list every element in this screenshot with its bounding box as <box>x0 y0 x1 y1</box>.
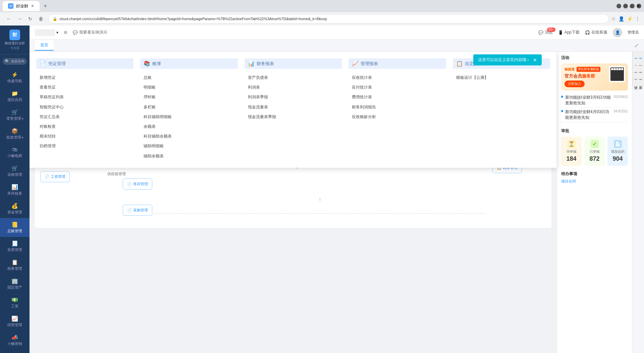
menu-item-ar-aging[interactable]: 应收账龄分析 <box>348 112 446 122</box>
menu-item-period-end[interactable]: 期末结转 <box>36 132 133 141</box>
menu-item-profit-report[interactable]: 财务利润报告 <box>348 102 446 112</box>
username-label[interactable]: 管理员 <box>628 30 639 35</box>
menu-item-general-ledger[interactable]: 总账 <box>140 73 237 83</box>
back-button[interactable]: ← <box>4 14 13 23</box>
category-header-voucher: 📄 凭证管理 <box>36 58 133 69</box>
address-bar[interactable]: 🔒 cloud.chanjet.com/cc/u6d89qwnryel/57bf… <box>48 14 609 23</box>
menu-item-view-voucher[interactable]: 查看凭证 <box>36 83 133 92</box>
sidebar-item-label: 库存核算 <box>3 191 27 196</box>
menu-item-detail-ledger[interactable]: 明细账 <box>140 83 237 92</box>
tab-hotline[interactable]: 客服热线 <box>632 66 644 73</box>
sidebar-item-marketing[interactable]: 📣 小畅营销 <box>0 331 30 350</box>
menu-item-new-voucher[interactable]: 新增凭证 <box>36 73 133 83</box>
menu-item-cashflow-quarterly[interactable]: 现金流量表季报 <box>245 112 342 122</box>
sidebar-item-label: 固定资产 <box>3 285 27 290</box>
sidebar-item-basic[interactable]: ℹ 基础信息 <box>0 350 30 353</box>
mgmt-icon: 📈 <box>352 60 359 67</box>
todo-project-contract-link[interactable]: 项目合同 <box>561 179 628 184</box>
flow-node-purchase[interactable]: 📄 采购管理 <box>123 205 152 216</box>
reload-button[interactable]: ↻ <box>25 14 35 23</box>
app-download-button[interactable]: 📱 App下载 <box>558 30 580 35</box>
tab-close-button[interactable]: ✕ <box>31 4 34 8</box>
right-panel: 首页设置 帮助中心 客服热线 服务社区 桌面快捷 活动 畅捷通 <box>557 52 644 353</box>
menu-item-ap-stats[interactable]: 应付统计表 <box>348 83 446 92</box>
profile-icon[interactable]: 👤 <box>619 16 624 21</box>
approval-card-submitted[interactable]: 📄 我发起的 904 <box>607 137 628 166</box>
sidebar-item-wholesale[interactable]: 📦 批发管理 ▾ <box>0 124 30 143</box>
sidebar-item-tax[interactable]: 📋 税务管理 <box>0 256 30 274</box>
menu-item-voucher-summary[interactable]: 凭证汇总表 <box>36 112 133 122</box>
sidebar-item-retail[interactable]: 🛒 零售管理 ▾ <box>0 106 30 124</box>
join-banner-button[interactable]: 立即加入 <box>565 81 585 87</box>
flow-icon: 📄 <box>127 208 132 212</box>
delete-button[interactable]: 🗑 <box>36 14 46 23</box>
logo-text: 畅捷通好业财 <box>5 41 25 46</box>
online-service-button[interactable]: 🎧 在线客服 <box>585 30 607 35</box>
settings-icon[interactable]: ⚙ <box>64 30 67 35</box>
flow-node-inventory[interactable]: 📄 库存管理 <box>123 179 152 190</box>
new-tab-button[interactable]: + <box>41 3 50 10</box>
sidebar-item-invoice[interactable]: 🧾 发票管理 <box>0 237 30 256</box>
approval-card-done[interactable]: ✔ 已审核 872 <box>584 137 605 166</box>
tab-community[interactable]: 服务社区 <box>632 73 644 80</box>
sidebar-item-label: 工资 <box>3 304 27 309</box>
user-avatar[interactable]: 👤 <box>613 28 622 37</box>
notification-button[interactable]: 💬 消息 99+ <box>538 30 553 35</box>
menu-item-balance[interactable]: 余额表 <box>140 122 237 132</box>
company-dropdown[interactable]: ▾ <box>35 29 58 36</box>
menu-item-aux-balance[interactable]: 辅助余额表 <box>140 151 237 161</box>
extensions-icon[interactable]: ⚡ <box>627 16 633 21</box>
category-header-ledger: 📚 账簿 <box>140 58 237 69</box>
menu-item-aux-detail[interactable]: 辅助明细账 <box>140 141 237 151</box>
sidebar-item-ecommerce[interactable]: 🛍 小畅电商 <box>0 143 30 162</box>
demo-button[interactable]: 💬 我要看实例演示 <box>73 30 107 35</box>
voucher-icon: 📄 <box>40 60 46 67</box>
qr-code <box>609 66 625 82</box>
win-max-btn[interactable]: □ <box>630 4 635 8</box>
menu-item-template-design[interactable]: 模板设计【公测】 <box>453 73 550 83</box>
sidebar-item-assets[interactable]: 🏢 固定资产 <box>0 274 30 293</box>
bookmark-icon[interactable]: ☆ <box>611 16 616 21</box>
menu-item-sequence-ledger[interactable]: 序时账 <box>140 92 237 102</box>
sidebar-item-ops[interactable]: 📈 经营管理 <box>0 312 30 331</box>
menu-item-expense-stats[interactable]: 费用统计表 <box>348 92 446 102</box>
activity-dot-2 <box>561 110 563 112</box>
tab-help-center[interactable]: 帮助中心 <box>632 59 644 66</box>
menu-item-balance-sheet[interactable]: 资产负债表 <box>245 73 342 83</box>
tab-home-settings[interactable]: 首页设置 <box>632 52 644 59</box>
sidebar-item-salary[interactable]: 💵 工资 <box>0 293 30 312</box>
tip-close-button[interactable]: ✕ <box>533 57 537 63</box>
menu-item-reconcile[interactable]: 对账检查 <box>36 122 133 132</box>
menu-item-draft-voucher[interactable]: 草稿凭证列表 <box>36 92 133 102</box>
tab-home[interactable]: 首页 <box>35 40 54 51</box>
banner-tag: 享社群专属权益 <box>577 67 600 72</box>
menu-item-income-quarterly[interactable]: 利润表季报 <box>245 92 342 102</box>
win-record-btn[interactable] <box>616 4 621 8</box>
approval-card-pending[interactable]: ⏳ 待审核 184 <box>561 137 582 166</box>
sidebar-item-project[interactable]: 📁 项目合同 <box>0 87 30 106</box>
right-panel-content: 活动 畅捷通 享社群专属权益 官方会员服务群 <box>557 52 632 353</box>
menu-item-cashflow[interactable]: 现金流量表 <box>245 102 342 112</box>
menu-item-subject-aux-detail[interactable]: 科目辅助明细账 <box>140 112 237 122</box>
sidebar-item-search[interactable]: 🔍 搜索菜单 <box>0 55 30 68</box>
menu-item-archive[interactable]: 归档管理 <box>36 141 133 151</box>
forward-button[interactable]: → <box>15 14 24 23</box>
sidebar-item-finance[interactable]: 💰 资金管理 <box>0 199 30 218</box>
sidebar-item-inventory[interactable]: 📊 库存核算 <box>0 181 30 199</box>
browser-tab-active[interactable]: 财 好业财 ✕ <box>3 1 40 11</box>
browser-chrome: 财 好业财 ✕ + ─ □ ✕ <box>0 0 644 12</box>
menu-item-subject-aux-balance[interactable]: 科目辅助余额表 <box>140 132 237 141</box>
menu-item-income[interactable]: 利润表 <box>245 83 342 92</box>
win-close-btn[interactable]: ✕ <box>637 4 641 8</box>
menu-item-multi-col[interactable]: 多栏账 <box>140 102 237 112</box>
win-min-btn[interactable]: ─ <box>623 4 628 8</box>
menu-item-smart-voucher[interactable]: 智能凭证中心 <box>36 102 133 112</box>
menu-item-ar-stats[interactable]: 应收统计表 <box>348 73 446 83</box>
flow-node-salary[interactable]: 📄 工资管理 <box>40 171 70 182</box>
sidebar-item-quick[interactable]: ⚡ 快捷导航 <box>0 68 30 87</box>
menu-icon[interactable]: ⋮ <box>635 16 640 21</box>
tab-desktop[interactable]: 桌面快捷 <box>632 80 644 87</box>
sidebar-item-purchase[interactable]: 🛒 采购管理 <box>0 162 30 181</box>
sidebar-item-accounting[interactable]: 📒 总账管理 <box>0 218 30 237</box>
expand-icon[interactable]: ⤢ <box>634 42 639 49</box>
